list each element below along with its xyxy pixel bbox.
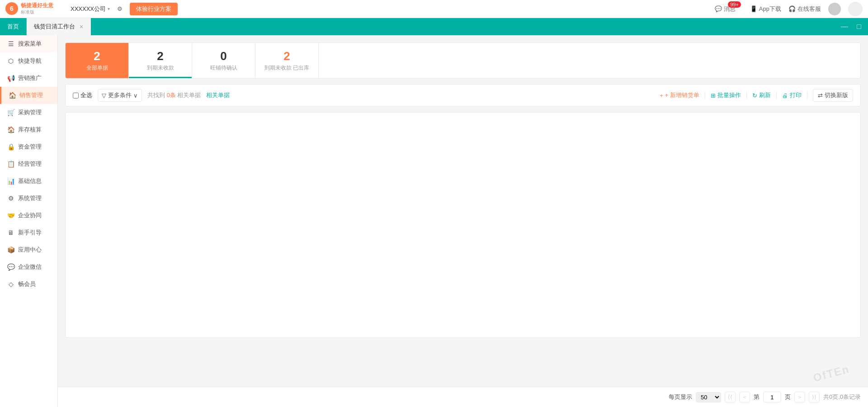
print-icon: 🖨 xyxy=(782,92,788,99)
sidebar-label-operations: 经营管理 xyxy=(18,160,42,168)
more-filter-label: 更多条件 xyxy=(108,91,132,99)
refresh-icon: ↻ xyxy=(752,92,757,99)
tab-expand-button[interactable]: □ xyxy=(854,21,864,32)
tab-workbench-label: 钱货日清工作台 xyxy=(34,23,75,31)
select-all-label: 全选 xyxy=(80,91,92,99)
first-page-button[interactable]: ⟨⟨ xyxy=(725,392,736,402)
sidebar-item-system[interactable]: ⚙ 系统管理 xyxy=(0,190,57,207)
main-content: 2 全部单据 2 到期未收款 0 旺铺待确认 2 到期未收款 已出库 全选 ▽ … xyxy=(58,35,868,407)
plus-icon: + xyxy=(660,92,663,99)
stat-tab-all[interactable]: 2 全部单据 xyxy=(66,43,129,78)
company-chevron-icon: ▾ xyxy=(108,6,110,11)
new-order-button[interactable]: + + 新增销货单 xyxy=(660,91,699,99)
enterprise-icon: 🤝 xyxy=(7,212,14,219)
select-all-checkbox[interactable]: 全选 xyxy=(73,91,92,99)
sidebar-item-vip[interactable]: ◇ 畅会员 xyxy=(0,276,57,293)
sidebar-item-inventory[interactable]: 🏠 库存核算 xyxy=(0,121,57,138)
more-filter-button[interactable]: ▽ 更多条件 ∨ xyxy=(98,89,142,102)
sidebar-item-enterprise[interactable]: 🤝 企业协同 xyxy=(0,207,57,224)
marketing-icon: 📢 xyxy=(7,75,14,82)
system-icon: ⚙ xyxy=(7,195,14,202)
download-icon: 📱 xyxy=(750,5,757,12)
trial-button[interactable]: 体验行业方案 xyxy=(130,3,178,15)
sidebar-label-purchase: 采购管理 xyxy=(18,108,42,117)
stat-label-overdue: 到期未收款 xyxy=(136,64,184,72)
tab-minimize-button[interactable]: — xyxy=(839,21,850,32)
page-unit: 页 xyxy=(785,393,791,401)
refresh-button[interactable]: ↻ 刷新 xyxy=(752,91,771,99)
stat-num-pending: 0 xyxy=(199,49,248,63)
stat-tab-outbound[interactable]: 2 到期未收款 已出库 xyxy=(255,43,319,78)
sidebar-item-quick-nav[interactable]: ⬡ 快捷导航 xyxy=(0,52,57,70)
vip-icon: ◇ xyxy=(7,281,14,288)
divider-4 xyxy=(807,92,807,99)
sidebar-item-funds[interactable]: 🔒 资金管理 xyxy=(0,138,57,155)
sidebar-item-purchase[interactable]: 🛒 采购管理 xyxy=(0,104,57,121)
company-selector[interactable]: XXXXXX公司 ▾ xyxy=(71,5,110,13)
switch-icon: ⇄ xyxy=(818,92,823,99)
stat-tab-pending[interactable]: 0 旺铺待确认 xyxy=(192,43,255,78)
sidebar-label-app-center: 应用中心 xyxy=(18,246,42,254)
page-input[interactable] xyxy=(763,392,781,402)
sidebar-label-sales: 销售管理 xyxy=(19,91,43,99)
sidebar-item-sales[interactable]: 🏠 销售管理 xyxy=(0,87,57,104)
divider-2 xyxy=(746,92,747,99)
tab-actions: — □ xyxy=(839,18,868,35)
related-docs-link[interactable]: 相关单据 xyxy=(206,91,230,99)
sidebar-item-wechat[interactable]: 💬 企业微信 xyxy=(0,258,57,276)
messages-button[interactable]: 💬 消息 99+ xyxy=(715,5,736,13)
online-service-button[interactable]: 🎧 在线客服 xyxy=(788,5,821,13)
sidebar-label-inventory: 库存核算 xyxy=(18,126,42,134)
sidebar-item-app-center[interactable]: 📦 应用中心 xyxy=(0,241,57,258)
tab-workbench[interactable]: 钱货日清工作台 × xyxy=(27,18,91,35)
sidebar-item-marketing[interactable]: 📢 营销推广 xyxy=(0,70,57,87)
print-button[interactable]: 🖨 打印 xyxy=(782,91,802,99)
service-icon: 🎧 xyxy=(788,5,796,12)
sidebar-item-search-menu[interactable]: ☰ 搜索菜单 xyxy=(0,35,57,52)
sidebar-label-quick-nav: 快捷导航 xyxy=(18,57,42,65)
page-total: 共0页,0条记录 xyxy=(823,393,861,401)
sidebar-item-guide[interactable]: 🖥 新手引导 xyxy=(0,224,57,241)
sidebar-label-enterprise: 企业协同 xyxy=(18,211,42,220)
logo-area: 6 畅捷通好生意 标准版 xyxy=(5,2,63,15)
switch-version-button[interactable]: ⇄ 切换新版 xyxy=(813,89,853,102)
per-page-label: 每页显示 xyxy=(669,393,692,401)
tab-home[interactable]: 首页 xyxy=(0,18,27,35)
app-download-label: App下载 xyxy=(759,5,781,13)
online-service-label: 在线客服 xyxy=(797,5,821,13)
purchase-icon: 🛒 xyxy=(7,109,14,116)
sidebar-label-wechat: 企业微信 xyxy=(18,263,42,271)
divider-1 xyxy=(705,92,705,99)
app-center-icon: 📦 xyxy=(7,246,14,253)
wechat-icon: 💬 xyxy=(7,263,14,271)
next-page-button[interactable]: ＞ xyxy=(794,392,805,402)
toolbar-left: 全选 ▽ 更多条件 ∨ 共找到 0条 相关单据 相关单据 xyxy=(73,89,654,102)
stat-label-pending: 旺铺待确认 xyxy=(199,64,248,72)
filter-chevron-icon: ∨ xyxy=(133,92,138,99)
sidebar-item-base-info[interactable]: 📊 基础信息 xyxy=(0,173,57,190)
avatar[interactable] xyxy=(828,3,841,15)
per-page-select[interactable]: 20 50 100 xyxy=(696,392,721,402)
batch-icon: ⊞ xyxy=(711,92,716,99)
tab-close-icon[interactable]: × xyxy=(80,23,83,30)
divider-3 xyxy=(776,92,777,99)
stat-label-outbound: 到期未收款 已出库 xyxy=(263,64,311,72)
funds-icon: 🔒 xyxy=(7,143,14,150)
stat-tab-overdue[interactable]: 2 到期未收款 xyxy=(129,43,192,78)
logo-text: 畅捷通好生意 xyxy=(21,2,53,9)
settings-button[interactable]: ⚙ xyxy=(113,3,126,15)
batch-operation-button[interactable]: ⊞ 批量操作 xyxy=(711,91,741,99)
sidebar: ☰ 搜索菜单 ⬡ 快捷导航 📢 营销推广 🏠 销售管理 🛒 采购管理 🏠 库存核… xyxy=(0,35,58,407)
header-right: 💬 消息 99+ 📱 App下载 🎧 在线客服 xyxy=(715,2,863,16)
tab-bar: 首页 钱货日清工作台 × — □ xyxy=(0,18,868,35)
stat-num-all: 2 xyxy=(73,49,121,63)
pagination: 每页显示 20 50 100 ⟨⟨ ＜ 第 页 ＞ ⟩⟩ 共0页,0条记录 xyxy=(58,387,868,407)
sidebar-item-operations[interactable]: 📋 经营管理 xyxy=(0,155,57,173)
app-download-button[interactable]: 📱 App下载 xyxy=(750,5,781,13)
last-page-button[interactable]: ⟩⟩ xyxy=(809,392,820,402)
sales-icon: 🏠 xyxy=(9,92,16,99)
avatar-extra xyxy=(848,2,863,16)
prev-page-button[interactable]: ＜ xyxy=(739,392,750,402)
select-all-input[interactable] xyxy=(73,93,79,98)
inventory-icon: 🏠 xyxy=(7,126,14,133)
